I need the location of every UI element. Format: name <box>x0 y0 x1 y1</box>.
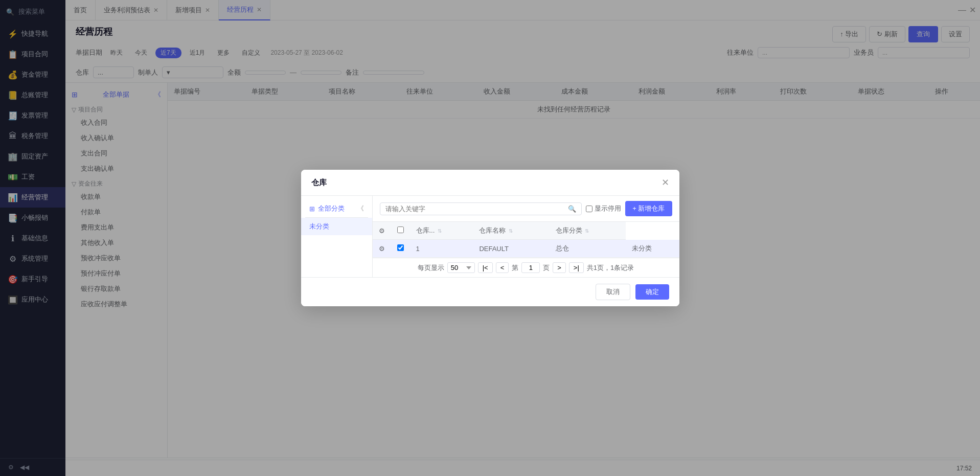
row-checkbox-cell[interactable] <box>391 240 410 258</box>
add-warehouse-btn[interactable]: + 新增仓库 <box>625 201 672 216</box>
modal-prev-page-btn[interactable]: < <box>496 262 509 273</box>
show-disabled-checkbox[interactable] <box>586 206 592 212</box>
modal-col-category: 仓库分类 ⇅ <box>550 222 626 240</box>
modal-footer: 取消 确定 <box>301 277 679 306</box>
modal-search-icon[interactable]: 🔍 <box>568 205 576 213</box>
modal-per-page-label: 每页显示 <box>418 263 444 273</box>
show-disabled-label[interactable]: 显示停用 <box>586 204 621 213</box>
modal-title: 仓库 <box>311 178 327 188</box>
show-disabled-text: 显示停用 <box>595 204 621 213</box>
modal-per-page-select[interactable]: 50 100 <box>447 262 475 273</box>
row-name: 总仓 <box>550 240 626 258</box>
sort-code-icon: ⇅ <box>438 228 442 234</box>
row-category: 未分类 <box>626 240 679 258</box>
modal-select-all[interactable] <box>397 226 404 233</box>
modal-left-panel: ⊞ 全部分类 《 未分类 <box>301 196 373 277</box>
modal-col-settings: ⚙ <box>373 222 391 240</box>
modal-total-label: 共1页，1条记录 <box>587 263 634 273</box>
modal-all-category[interactable]: ⊞ 全部分类 《 <box>301 200 372 217</box>
modal-page-suffix: 页 <box>543 263 550 273</box>
modal-table-wrapper: ⚙ 仓库... ⇅ 仓库名称 ⇅ <box>373 222 679 258</box>
modal-next-page-btn[interactable]: > <box>553 262 566 273</box>
cancel-button[interactable]: 取消 <box>596 284 630 300</box>
sort-name-icon: ⇅ <box>509 228 513 234</box>
modal-page-label: 第 <box>512 263 518 273</box>
modal-category-item-unclassified[interactable]: 未分类 <box>301 218 372 235</box>
collapse-left-icon[interactable]: 《 <box>357 204 364 213</box>
modal-last-page-btn[interactable]: >| <box>569 262 584 273</box>
modal-body: ⊞ 全部分类 《 未分类 🔍 <box>301 196 679 277</box>
all-category-label: 全部分类 <box>318 204 345 213</box>
modal-close-btn[interactable]: ✕ <box>662 177 669 188</box>
row-code: DEFAULT <box>473 240 549 258</box>
modal-overlay: 仓库 ✕ ⊞ 全部分类 《 未分类 <box>0 0 980 476</box>
confirm-button[interactable]: 确定 <box>635 284 669 300</box>
row-id: 1 <box>410 240 473 258</box>
row-checkbox[interactable] <box>397 244 404 251</box>
modal-toolbar: 🔍 显示停用 + 新增仓库 <box>373 196 679 222</box>
row-settings-icon[interactable]: ⚙ <box>373 240 391 258</box>
modal-search-input[interactable] <box>385 205 565 213</box>
sort-category-icon: ⇅ <box>585 228 589 234</box>
modal-col-code: 仓库... ⇅ <box>410 222 473 240</box>
modal-first-page-btn[interactable]: |< <box>478 262 493 273</box>
modal-col-checkbox <box>391 222 410 240</box>
modal-pagination: 每页显示 50 100 |< < 第 页 > >| 共1页，1条记录 <box>373 258 679 277</box>
modal-table: ⚙ 仓库... ⇅ 仓库名称 ⇅ <box>373 222 679 258</box>
warehouse-modal: 仓库 ✕ ⊞ 全部分类 《 未分类 <box>301 170 679 306</box>
modal-header: 仓库 ✕ <box>301 170 679 196</box>
modal-table-row[interactable]: ⚙ 1 DEFAULT 总仓 未分类 <box>373 240 679 258</box>
grid-icon: ⊞ <box>309 205 315 213</box>
modal-right-panel: 🔍 显示停用 + 新增仓库 ⚙ <box>373 196 679 277</box>
modal-col-name: 仓库名称 ⇅ <box>473 222 549 240</box>
modal-page-input[interactable] <box>521 262 540 273</box>
modal-search-box[interactable]: 🔍 <box>380 202 582 215</box>
